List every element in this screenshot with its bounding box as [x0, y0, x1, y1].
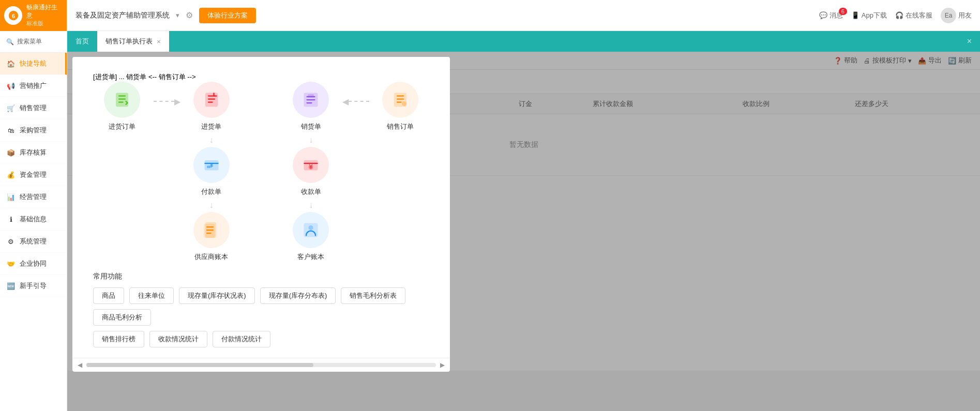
- sidebar-item-quick-nav[interactable]: 🏠 快捷导航: [0, 53, 67, 75]
- sidebar-item-sales[interactable]: 🛒 销售管理: [0, 97, 67, 119]
- function-buttons: 商品 往来单位 现存量(库存状况表) 现存量(库存分布表) 销售毛利分析表 商品…: [93, 287, 429, 326]
- common-functions: 常用功能 商品 往来单位 现存量(库存状况表) 现存量(库存分布表) 销售毛利分…: [93, 272, 429, 347]
- arrow-down-sales-bill: ↓: [282, 135, 340, 145]
- function-buttons-row2: 销售排行榜 收款情况统计 付款情况统计: [93, 331, 429, 347]
- system-title: 装备及固定资产辅助管理系统: [76, 11, 170, 20]
- sales-icon: 🛒: [6, 103, 16, 113]
- func-btn-stock-status[interactable]: 现存量(库存状况表): [179, 287, 255, 304]
- tab-home[interactable]: 首页: [67, 31, 97, 52]
- close-all-tabs[interactable]: ×: [967, 37, 972, 46]
- settings-icon[interactable]: ⚙: [186, 10, 193, 20]
- sidebar-nav: 🏠 快捷导航 📢 营销推广 🛒 销售管理 🛍 采购管理 📦 库存核算 💰: [0, 53, 67, 411]
- operation-icon: 📊: [6, 192, 16, 202]
- svg-rect-3: [205, 93, 218, 107]
- arrow-purchase-to-bill: ▶: [152, 97, 183, 117]
- search-icon: 🔍: [6, 38, 14, 45]
- message-badge: 6: [839, 8, 847, 15]
- sidebar-item-inventory[interactable]: 📦 库存核算: [0, 142, 67, 164]
- flow-node-receipt[interactable]: ¥ 收款单: [282, 147, 340, 196]
- inventory-icon: 📦: [6, 148, 16, 157]
- sales-bill-icon: [293, 82, 329, 118]
- supplier-ledger-icon: [193, 212, 230, 248]
- svg-text:¥: ¥: [209, 162, 213, 169]
- scrollbar-right[interactable]: ▶: [440, 361, 445, 369]
- experience-button[interactable]: 体验行业方案: [199, 8, 256, 23]
- message-button[interactable]: 💬 消息 6: [819, 11, 843, 20]
- arrow-down-purchase-bill: ↓: [183, 135, 241, 145]
- svg-point-17: [309, 225, 313, 230]
- page-area: ❓ 帮助 🖨 按模板打印 ▾ 📤 导出 🔄 刷新: [67, 52, 980, 411]
- flow-node-purchase-order[interactable]: 进货订单: [93, 82, 152, 131]
- avatar: Ea: [941, 8, 956, 23]
- flow-node-payment[interactable]: ¥ 付款单: [183, 147, 241, 196]
- sales-order-icon: [382, 82, 418, 118]
- sidebar-search-area: 🔍 搜索菜单: [0, 31, 67, 53]
- dropdown-arrow[interactable]: ▾: [176, 11, 179, 19]
- main-content: 装备及固定资产辅助管理系统 ▾ ⚙ 体验行业方案 💬 消息 6 📱 App下载 …: [67, 0, 980, 411]
- online-service-button[interactable]: 🎧 在线客服: [895, 11, 932, 20]
- scrollbar-track[interactable]: [86, 363, 436, 367]
- service-icon: 🎧: [895, 11, 903, 19]
- sidebar-item-system[interactable]: ⚙ 系统管理: [0, 231, 67, 253]
- sidebar: 6 畅康通好生意 标准版 🔍 搜索菜单 🏠 快捷导航 📢 营销推广: [0, 0, 67, 411]
- svg-text:6: 6: [11, 13, 14, 19]
- flow-node-purchase-bill[interactable]: 进货单: [183, 82, 241, 131]
- scrollbar-thumb: [86, 363, 313, 367]
- svg-rect-5: [308, 95, 314, 98]
- svg-point-7: [402, 101, 406, 106]
- func-btn-goods-profit[interactable]: 商品毛利分析: [93, 309, 151, 326]
- marketing-icon: 📢: [6, 81, 16, 90]
- sidebar-logo: 6 畅康通好生意 标准版: [0, 0, 67, 31]
- topbar: 装备及固定资产辅助管理系统 ▾ ⚙ 体验行业方案 💬 消息 6 📱 App下载 …: [67, 0, 980, 31]
- receipt-label: 收款单: [301, 187, 321, 196]
- arrow-down-receipt: ↓: [282, 201, 340, 210]
- purchase-order-label: 进货订单: [109, 122, 135, 131]
- sidebar-item-basic[interactable]: ℹ 基础信息: [0, 208, 67, 231]
- func-btn-payment-stat[interactable]: 付款情况统计: [213, 331, 270, 347]
- func-btn-sales-rank[interactable]: 销售排行榜: [93, 331, 144, 347]
- arrow-sales-order-to-bill: ◀: [340, 97, 371, 117]
- flow-node-supplier-ledger[interactable]: 供应商账本: [183, 212, 241, 262]
- sidebar-item-finance[interactable]: 💰 资金管理: [0, 164, 67, 186]
- func-btn-receipt-stat[interactable]: 收款情况统计: [149, 331, 207, 347]
- sidebar-item-purchase[interactable]: 🛍 采购管理: [0, 119, 67, 142]
- scrollbar-left[interactable]: ◀: [78, 361, 82, 369]
- customer-ledger-label: 客户账本: [297, 252, 324, 262]
- home-icon: 🏠: [6, 59, 16, 68]
- app-icon: 📱: [851, 11, 860, 19]
- app-download-button[interactable]: 📱 App下载: [851, 11, 887, 20]
- svg-rect-15: [204, 224, 215, 238]
- tabbar: 首页 销售订单执行表 × ×: [67, 31, 980, 52]
- payment-icon: ¥: [193, 147, 230, 183]
- sidebar-item-guide[interactable]: 🆕 新手引导: [0, 275, 67, 297]
- tab-close-icon[interactable]: ×: [157, 38, 161, 45]
- purchase-bill-label: 进货单: [201, 122, 221, 131]
- logo-icon: 6: [4, 6, 22, 25]
- flow-node-sales-bill[interactable]: 销货单: [282, 82, 340, 131]
- func-btn-stock-dist[interactable]: 现存量(库存分布表): [260, 287, 336, 304]
- finance-icon: 💰: [6, 170, 16, 179]
- enterprise-icon: 🤝: [6, 259, 16, 268]
- overlay[interactable]: [进货单] ... 销货单 <-- 销售订单 -->: [67, 52, 980, 411]
- sidebar-item-marketing[interactable]: 📢 营销推广: [0, 75, 67, 97]
- purchase-icon: 🛍: [6, 126, 16, 135]
- flow-node-sales-order[interactable]: 销售订单: [371, 82, 430, 131]
- func-btn-partners[interactable]: 往来单位: [129, 287, 174, 304]
- dialog-scrollbar: ◀ ▶: [72, 358, 450, 372]
- receipt-icon: ¥: [293, 147, 329, 183]
- purchase-order-icon: [104, 82, 140, 118]
- purchase-bill-icon: [193, 82, 230, 118]
- sidebar-item-operation[interactable]: 📊 经营管理: [0, 186, 67, 208]
- func-btn-sales-profit[interactable]: 销售毛利分析表: [341, 287, 405, 304]
- basic-icon: ℹ: [6, 215, 16, 224]
- sales-order-label: 销售订单: [387, 122, 414, 131]
- sidebar-item-enterprise[interactable]: 🤝 企业协同: [0, 253, 67, 275]
- tab-sales-order[interactable]: 销售订单执行表 ×: [97, 31, 169, 52]
- flow-dialog: [进货单] ... 销货单 <-- 销售订单 -->: [72, 57, 450, 372]
- flow-node-customer-ledger[interactable]: 客户账本: [282, 212, 340, 262]
- arrow-down-payment: ↓: [183, 201, 241, 210]
- search-menu-button[interactable]: 🔍 搜索菜单: [4, 35, 63, 48]
- supplier-ledger-label: 供应商账本: [194, 252, 228, 262]
- func-btn-goods[interactable]: 商品: [93, 287, 124, 304]
- user-menu[interactable]: Ea 用友: [941, 8, 972, 23]
